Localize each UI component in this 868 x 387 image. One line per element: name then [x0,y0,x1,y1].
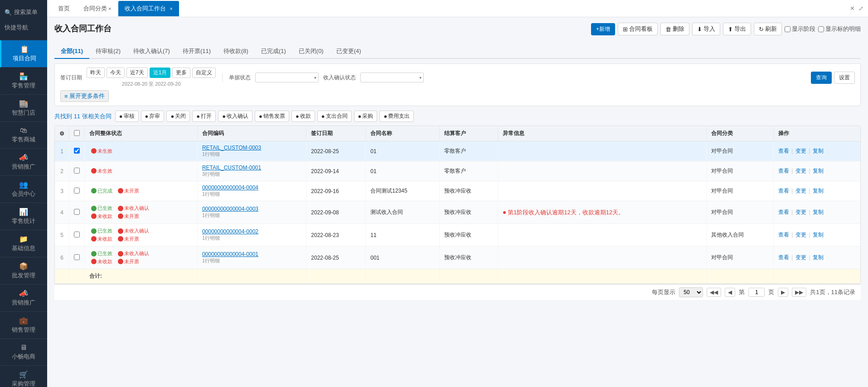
sidebar-item-marketing[interactable]: 📣营销推广 [0,149,47,176]
sidebar-item-purchase[interactable]: 🛒采购管理 [0,366,47,387]
export-button[interactable]: ⬆ 导出 [723,23,751,35]
sidebar-item-sales-mgmt[interactable]: 💼销售管理 [0,312,47,339]
last-page-button[interactable]: ▶▶ [792,288,806,297]
contract-code-link[interactable]: 00000000000004-0002 [202,228,301,235]
row-checkbox[interactable] [69,247,85,269]
sidebar-item-xiaochang[interactable]: 🖥小畅电商 [0,339,47,366]
status-tab-pending-payment[interactable]: 待收款(8) [217,44,255,59]
window-close-icon[interactable]: ✕ [850,5,855,12]
sidebar-nav[interactable]: 快捷导航 [0,20,47,35]
date-btn-custom[interactable]: 自定义 [192,68,216,78]
date-btn-yesterday[interactable]: 昨天 [87,68,105,78]
status-tab-pending-income-confirm[interactable]: 待收入确认(7) [127,44,176,59]
contract-code-link[interactable]: 00000000000004-0004 [202,184,301,191]
expand-filter-button[interactable]: ≡ 展开更多条件 [60,90,109,102]
copy-op-btn[interactable]: 复制 [813,188,824,194]
edit-op-btn[interactable]: 变更 [795,209,806,215]
page-number-input[interactable] [748,288,765,297]
action-btn-打开[interactable]: ● 打开 [192,111,216,122]
sidebar-item-retail-mgmt[interactable]: 🏪零售管理 [0,68,47,95]
contract-code-link[interactable]: RETAIL_CUSTOM-0003 [202,145,301,151]
status-tab-closed[interactable]: 已关闭(0) [292,44,330,59]
date-btn-today[interactable]: 今天 [107,68,125,78]
table-body: 1 未生效 RETAIL_CUSTOM-0003 1行明细 2022-08-25… [55,141,860,284]
contract-code-link[interactable]: 00000000000004-0003 [202,206,301,212]
sidebar-item-retail-shop[interactable]: 🛍零售商城 [0,122,47,149]
tab-close-contract-category[interactable]: × [108,6,111,11]
copy-op-btn[interactable]: 复制 [813,148,824,154]
edit-op-btn[interactable]: 变更 [795,232,806,238]
settings-button[interactable]: 设置 [834,72,855,84]
row-checkbox[interactable] [69,181,85,201]
row-checkbox[interactable] [69,161,85,181]
date-btn-1month[interactable]: 近1月 [150,68,171,78]
view-op-btn[interactable]: 查看 [778,209,789,215]
next-page-button[interactable]: ▶ [778,288,788,297]
copy-op-btn[interactable]: 复制 [813,254,824,261]
view-op-btn[interactable]: 查看 [778,232,789,238]
action-icon-审核: ● [119,113,123,120]
action-btn-收款[interactable]: ● 收款 [291,111,315,122]
window-maximize-icon[interactable]: ⤢ [858,5,863,12]
income-confirm-select[interactable] [360,73,424,82]
sidebar-item-smart-store[interactable]: 🏬智慧门店 [0,95,47,122]
sidebar-item-basic-info[interactable]: 📁基础信息 [0,230,47,257]
edit-op-btn[interactable]: 变更 [795,168,806,174]
status-tab-all[interactable]: 全部(11) [54,44,89,59]
view-op-btn[interactable]: 查看 [778,188,789,194]
copy-op-btn[interactable]: 复制 [813,209,824,215]
action-btn-弃审[interactable]: ● 弃审 [141,111,165,122]
add-button[interactable]: +新增 [591,23,615,35]
edit-op-btn[interactable]: 变更 [795,254,806,261]
sidebar-item-project[interactable]: 📋项目合同 [0,40,47,68]
query-button[interactable]: 查询 [811,72,832,84]
action-btn-采购[interactable]: ● 采购 [354,111,378,122]
show-fields-checkbox[interactable]: 显示阶段 [785,25,815,33]
row-checkbox[interactable] [69,224,85,247]
edit-op-btn[interactable]: 变更 [795,148,806,154]
show-detail-checkbox[interactable]: 显示标的明细 [818,25,861,33]
contract-board-button[interactable]: ⊞ 合同看板 [618,23,658,35]
copy-op-btn[interactable]: 复制 [813,168,824,174]
view-op-btn[interactable]: 查看 [778,168,789,174]
doc-status-select[interactable] [255,73,319,82]
action-btn-收入确认[interactable]: ● 收入确认 [218,111,252,122]
sidebar-item-member[interactable]: 👥会员中心 [0,176,47,203]
action-btn-关闭[interactable]: ● 关闭 [166,111,190,122]
sidebar-search[interactable]: 🔍 搜索菜单 [0,5,47,20]
row-checkbox[interactable] [69,201,85,224]
delete-button[interactable]: 🗑 删除 [660,23,689,35]
copy-op-btn[interactable]: 复制 [813,232,824,238]
contract-code-link[interactable]: RETAIL_CUSTOM-0001 [202,164,301,171]
select-all-checkbox[interactable] [74,130,80,136]
view-op-btn[interactable]: 查看 [778,254,789,261]
status-tab-pending-review[interactable]: 待审核(2) [89,44,127,59]
sidebar-item-marketing2[interactable]: 📣营销推广 [0,285,47,312]
sidebar-item-retail-stat[interactable]: 📊零售统计 [0,203,47,230]
action-btn-销售发票[interactable]: ● 销售发票 [255,111,289,122]
edit-op-btn[interactable]: 变更 [795,188,806,194]
tab-home[interactable]: 首页 [52,1,76,16]
row-checkbox[interactable] [69,141,85,161]
tab-close-income-workbench[interactable]: × [170,6,172,11]
action-btn-支出合同[interactable]: ● 支出合同 [317,111,352,122]
date-btn-more[interactable]: 更多 [172,68,190,78]
per-page-select[interactable]: 50 100 [679,287,703,297]
view-op-btn[interactable]: 查看 [778,148,789,154]
date-btn-7days[interactable]: 近7天 [126,68,148,78]
page-end-label: 页 [768,288,774,296]
contract-code-link[interactable]: 00000000000004-0001 [202,251,301,257]
refresh-button[interactable]: ↻ 刷新 [754,23,782,35]
import-button[interactable]: ⬇ 导入 [692,23,720,35]
action-btn-费用支出[interactable]: ● 费用支出 [379,111,414,122]
status-tab-changed[interactable]: 已变更(4) [330,44,368,59]
action-btn-审核[interactable]: ● 审核 [115,111,139,122]
th-settings: ⚙ [55,126,69,141]
prev-page-button[interactable]: ◀ [725,288,735,297]
status-tab-pending-invoice[interactable]: 待开票(11) [176,44,217,59]
sidebar-item-batch-mgmt[interactable]: 📦批发管理 [0,257,47,285]
tab-income-workbench[interactable]: 收入合同工作台× [118,1,179,16]
tab-contract-category[interactable]: 合同分类× [77,1,117,16]
status-tab-completed[interactable]: 已完成(1) [255,44,292,59]
first-page-button[interactable]: ◀◀ [707,288,721,297]
